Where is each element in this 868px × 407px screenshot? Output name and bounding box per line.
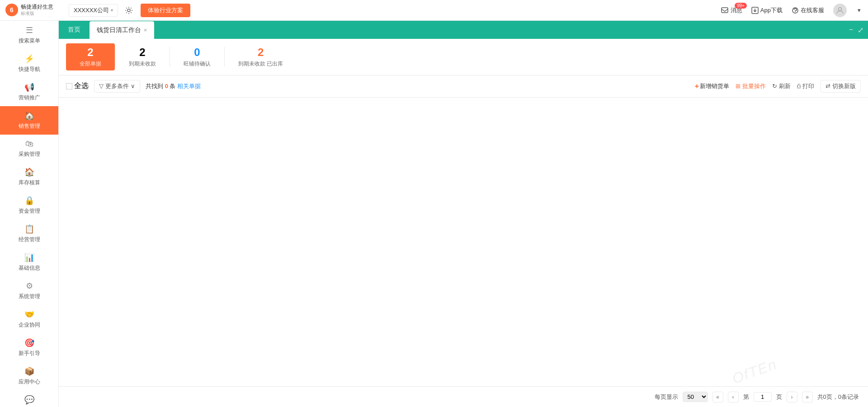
tab-bar: 首页 钱货日清工作台 × − ⤢ [59,21,868,39]
add-order-button[interactable]: + 新增销货单 [695,82,729,90]
plus-icon: + [695,82,699,90]
sidebar-label-sales: 销售管理 [19,122,40,130]
system-icon: ⚙ [26,281,33,291]
brand-info: 畅捷通好生意 标准版 [21,4,53,16]
switch-icon: ⇄ [826,83,830,89]
tab-active[interactable]: 钱货日清工作台 × [90,21,154,39]
tab-close-icon[interactable]: × [144,27,147,33]
sidebar-label-marketing: 营销推广 [19,94,40,102]
batch-ops-button[interactable]: ⊞ 批量操作 [736,82,766,90]
last-page-button[interactable]: » [802,392,813,402]
stat-card-2[interactable]: 0 旺辅待确认 [170,43,224,70]
header-right: 消息 99+ App下载 在线客服 ▾ [721,4,863,17]
message-item[interactable]: 消息 99+ [721,6,742,14]
sidebar-item-quick-nav[interactable]: ⚡ 快捷导航 [0,49,58,78]
stat-number-2: 0 [194,46,200,59]
chevron-down-icon: ∨ [131,83,135,89]
search-menu-icon: ☰ [26,25,33,35]
sidebar-label-app-center: 应用中心 [19,378,40,386]
total-records-label: 共0页，0条记录 [817,393,859,401]
sidebar-label-inventory: 库存核算 [19,179,40,187]
top-header: 6 畅捷通好生意 标准版 XXXXXX公司 ▾ 体验行业方案 消息 99+ [0,0,868,21]
logo-area: 6 畅捷通好生意 标准版 [5,4,64,16]
refresh-icon: ↻ [772,83,777,89]
app-badge: 标准版 [21,10,53,17]
trial-button[interactable]: 体验行业方案 [141,4,190,17]
stat-card-3[interactable]: 2 到期未收款 已出库 [225,43,297,70]
next-page-button[interactable]: › [787,392,797,402]
sidebar-item-purchase[interactable]: 🛍 采购管理 [0,135,58,163]
refresh-button[interactable]: ↻ 刷新 [772,82,791,90]
stat-label-1: 到期未收款 [129,60,156,68]
switch-label: 切换新版 [832,82,856,90]
brand-name: 畅捷通好生意 [21,4,53,10]
print-button[interactable]: ⎙ 打印 [797,82,814,90]
basic-info-icon: 📊 [24,253,34,262]
switch-version-button[interactable]: ⇄ 切换新版 [821,80,861,93]
found-count: 0 [165,83,168,89]
select-all-label: 全选 [74,81,89,91]
found-link[interactable]: 相关单据 [177,83,201,89]
toolbar-right: + 新增销货单 ⊞ 批量操作 ↻ 刷新 ⎙ 打印 [695,80,861,93]
minimize-icon[interactable]: − [849,26,853,34]
online-service-item[interactable]: 在线客服 [792,6,824,14]
svg-point-5 [839,7,842,10]
svg-point-4 [795,12,796,13]
sidebar-item-sales[interactable]: 🏠 销售管理 [0,106,58,135]
select-all-area[interactable]: 全选 [66,81,89,91]
app-center-icon: 📦 [24,366,34,376]
sidebar-item-system[interactable]: ⚙ 系统管理 [0,276,58,305]
sidebar-label-operations: 经营管理 [19,236,40,243]
app-download-item[interactable]: App下载 [751,6,783,14]
sidebar-item-enterprise[interactable]: 🤝 企业协同 [0,305,58,333]
app-download-label: App下载 [760,6,783,14]
sidebar-label-quick-nav: 快捷导航 [19,65,40,73]
avatar[interactable] [833,4,847,17]
stat-number-0: 2 [87,46,93,59]
stat-label-2: 旺辅待确认 [184,60,211,68]
stat-card-0[interactable]: 2 全部单据 [66,43,115,70]
sales-icon: 🏠 [24,111,34,121]
message-badge: 99+ [735,3,747,9]
print-label: 打印 [802,82,814,90]
tab-active-label: 钱货日清工作台 [97,26,141,34]
sidebar-item-wechat[interactable]: 💬 企业微信 [0,390,58,407]
sidebar: ☰ 搜索菜单 ⚡ 快捷导航 📢 营销推广 🏠 销售管理 🛍 采购管理 🏠 库存核… [0,21,59,407]
marketing-icon: 📢 [24,82,34,92]
sidebar-item-guide[interactable]: 🎯 新手引导 [0,333,58,362]
svg-point-0 [127,9,130,12]
app-logo-icon: 6 [5,4,18,16]
sidebar-item-inventory[interactable]: 🏠 库存核算 [0,163,58,191]
svg-rect-1 [722,8,728,13]
sidebar-item-app-center[interactable]: 📦 应用中心 [0,362,58,390]
found-text: 共找到 0 条 相关单据 [146,82,201,90]
tab-bar-right: − ⤢ [849,26,868,34]
finance-icon: 🔒 [24,196,34,206]
page-label-prefix: 第 [743,393,749,401]
sidebar-label-system: 系统管理 [19,293,40,300]
batch-icon: ⊞ [736,83,741,89]
company-selector[interactable]: XXXXXX公司 ▾ [69,4,118,17]
sidebar-item-search-menu[interactable]: ☰ 搜索菜单 [0,21,58,49]
filter-button[interactable]: ▽ 更多条件 ∨ [94,80,140,93]
user-name-area[interactable]: ▾ [856,4,863,17]
settings-icon-btn[interactable] [122,3,136,18]
select-all-checkbox[interactable] [66,83,72,89]
pagination-bar: 每页显示 50 100 200 « ‹ 第 页 › » 共0页，0条记录 [59,386,868,407]
sidebar-item-operations[interactable]: 📋 经营管理 [0,220,58,248]
stat-label-3: 到期未收款 已出库 [238,60,283,68]
page-number-input[interactable] [754,392,772,402]
stat-card-1[interactable]: 2 到期未收款 [115,43,170,70]
sidebar-item-basic-info[interactable]: 📊 基础信息 [0,248,58,276]
main-layout: ☰ 搜索菜单 ⚡ 快捷导航 📢 营销推广 🏠 销售管理 🛍 采购管理 🏠 库存核… [0,21,868,407]
guide-icon: 🎯 [24,338,34,348]
per-page-select[interactable]: 50 100 200 [683,392,708,402]
tab-home[interactable]: 首页 [59,21,90,39]
sidebar-item-finance[interactable]: 🔒 资金管理 [0,191,58,220]
prev-page-button[interactable]: ‹ [728,392,739,402]
sidebar-label-guide: 新手引导 [19,350,40,357]
sidebar-item-marketing[interactable]: 📢 营销推广 [0,78,58,106]
stat-number-3: 2 [258,46,264,59]
maximize-icon[interactable]: ⤢ [858,26,863,34]
first-page-button[interactable]: « [712,392,723,402]
